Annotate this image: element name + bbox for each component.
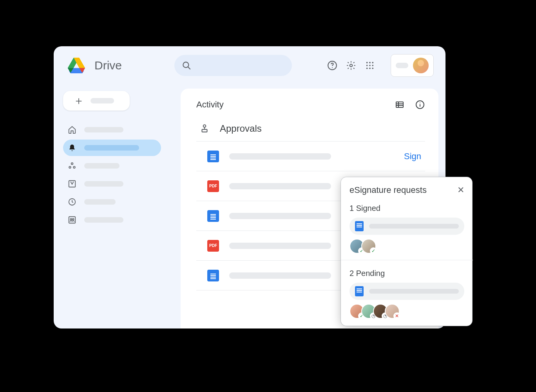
drive-icon — [68, 180, 76, 188]
sidebar: ＋ — [54, 84, 174, 328]
esignature-popup: eSignature requests ✕ 1 Signed ✓ ✓ 2 Pen… — [341, 177, 472, 326]
svg-line-8 — [188, 67, 190, 69]
svg-rect-29 — [396, 102, 403, 107]
svg-point-22 — [69, 166, 71, 168]
svg-point-14 — [372, 62, 374, 64]
help-icon[interactable] — [327, 60, 337, 71]
new-label-placeholder — [91, 98, 114, 103]
avatar — [413, 58, 429, 73]
svg-point-21 — [71, 163, 73, 165]
search-icon — [181, 60, 192, 71]
signer-avatar[interactable]: ✕ — [385, 304, 400, 319]
svg-point-23 — [73, 166, 75, 168]
shared-icon — [68, 162, 76, 170]
search-input[interactable] — [174, 55, 292, 76]
svg-point-19 — [369, 68, 371, 69]
gear-icon[interactable] — [346, 60, 356, 71]
pending-doc-chip[interactable] — [349, 283, 464, 300]
svg-rect-26 — [69, 217, 76, 223]
signed-doc-chip[interactable] — [349, 218, 464, 235]
clock-icon — [68, 198, 76, 206]
svg-point-18 — [366, 68, 368, 69]
sidebar-item-home[interactable] — [63, 122, 161, 138]
account-label-placeholder — [396, 63, 408, 68]
svg-point-27 — [70, 218, 72, 220]
doc-file-icon — [207, 270, 219, 281]
signed-group: 1 Signed ✓ ✓ — [349, 204, 464, 254]
header-actions — [327, 54, 434, 77]
signer-avatar[interactable]: ✓ — [361, 239, 376, 254]
svg-point-16 — [369, 65, 371, 66]
app-title: Drive — [94, 59, 122, 72]
nav-list — [63, 122, 170, 228]
sidebar-item-people[interactable] — [63, 212, 161, 228]
svg-point-12 — [366, 62, 368, 64]
divider — [341, 260, 473, 260]
svg-point-15 — [366, 65, 368, 66]
svg-point-10 — [332, 67, 333, 68]
sidebar-item-recent[interactable] — [63, 194, 161, 210]
account-switcher[interactable] — [391, 54, 434, 77]
pending-group-title: 2 Pending — [349, 269, 464, 278]
pdf-file-icon: PDF — [207, 180, 219, 192]
svg-point-20 — [372, 68, 374, 69]
svg-point-36 — [203, 125, 206, 127]
people-icon — [68, 216, 76, 224]
popup-title: eSignature requests — [349, 185, 457, 195]
section-title: Approvals — [220, 123, 262, 134]
page-title: Activity — [196, 100, 224, 110]
svg-point-11 — [350, 64, 353, 67]
new-button[interactable]: ＋ — [63, 91, 130, 111]
drive-logo-icon — [68, 58, 85, 73]
doc-file-icon — [355, 286, 364, 296]
bell-icon — [68, 143, 76, 152]
header: Drive — [54, 46, 445, 82]
doc-file-icon — [207, 210, 219, 222]
sidebar-item-mydrive[interactable] — [63, 176, 161, 192]
approvals-icon — [199, 123, 210, 134]
close-icon[interactable]: ✕ — [457, 185, 464, 195]
apps-grid-icon[interactable] — [365, 60, 375, 71]
signed-signers: ✓ ✓ — [349, 239, 464, 254]
doc-file-icon — [355, 221, 364, 231]
doc-file-icon — [207, 151, 219, 162]
section-header: Approvals — [196, 123, 425, 142]
info-icon[interactable] — [415, 100, 425, 110]
svg-point-13 — [369, 62, 371, 64]
sidebar-item-activity[interactable] — [63, 140, 161, 156]
pdf-file-icon: PDF — [207, 240, 219, 252]
sidebar-item-shared[interactable] — [63, 158, 161, 174]
check-icon: ✓ — [370, 247, 377, 254]
sign-button[interactable]: Sign — [404, 151, 421, 162]
svg-point-7 — [183, 62, 188, 67]
list-view-icon[interactable] — [395, 100, 405, 110]
pending-signers: ✓ ◔ ◔ ✕ — [349, 304, 464, 319]
home-icon — [68, 125, 76, 134]
signed-group-title: 1 Signed — [349, 204, 464, 213]
main-header: Activity — [196, 100, 425, 110]
list-item[interactable]: Sign — [196, 142, 425, 171]
pending-group: 2 Pending ✓ ◔ ◔ ✕ — [349, 269, 464, 319]
svg-point-28 — [72, 218, 74, 220]
svg-rect-37 — [202, 129, 207, 132]
x-icon: ✕ — [393, 312, 400, 319]
svg-point-35 — [420, 103, 420, 103]
svg-point-17 — [372, 65, 374, 66]
